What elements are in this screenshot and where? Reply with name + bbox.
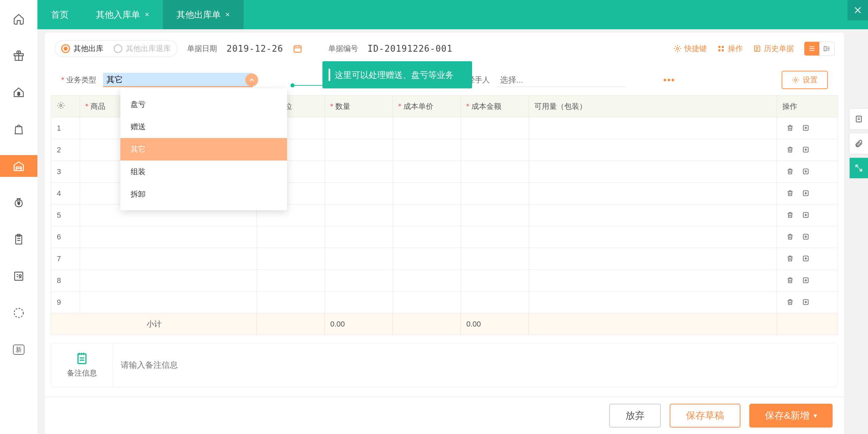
cell-unit-cost[interactable]: [393, 161, 461, 183]
cell-qty[interactable]: [325, 161, 393, 183]
add-row-button[interactable]: [801, 275, 811, 285]
delete-row-button[interactable]: [785, 253, 795, 264]
radio-other-out-return[interactable]: 其他出库退库: [114, 44, 171, 54]
bill-date-value[interactable]: 2019-12-26: [227, 44, 283, 54]
save-new-button[interactable]: 保存&新增 ▾: [749, 404, 833, 428]
shortcut-link[interactable]: 快捷键: [673, 44, 707, 54]
cell-available[interactable]: [529, 270, 777, 291]
discard-button[interactable]: 放弃: [609, 404, 661, 428]
cell-unit-cost[interactable]: [393, 183, 461, 204]
chevron-up-icon[interactable]: [245, 73, 258, 86]
delete-row-button[interactable]: [785, 166, 795, 177]
cell-unit-cost[interactable]: [393, 226, 461, 248]
settings-button[interactable]: 设置: [782, 71, 828, 89]
delete-row-button[interactable]: [785, 210, 795, 220]
delete-row-button[interactable]: [785, 275, 795, 285]
cell-stock-unit[interactable]: [257, 248, 325, 270]
delete-row-button[interactable]: [785, 145, 795, 155]
rail-attachment[interactable]: [850, 133, 868, 154]
dropdown-option[interactable]: 盘亏: [120, 93, 287, 116]
view-list[interactable]: [804, 42, 819, 55]
radio-other-out[interactable]: 其他出库: [61, 44, 103, 54]
cell-available[interactable]: [529, 226, 777, 248]
cell-available[interactable]: [529, 248, 777, 270]
cell-available[interactable]: [529, 139, 777, 161]
delete-row-button[interactable]: [785, 188, 795, 198]
cell-available[interactable]: [529, 183, 777, 204]
dropdown-option[interactable]: 赠送: [120, 116, 287, 138]
cell-product[interactable]: [80, 248, 257, 270]
cell-unit-cost[interactable]: [393, 270, 461, 291]
add-row-button[interactable]: [801, 166, 811, 177]
nav-warehouse[interactable]: [0, 155, 37, 177]
dropdown-option[interactable]: 拆卸: [120, 183, 287, 205]
table-row[interactable]: 8: [51, 270, 838, 291]
cell-available[interactable]: [529, 117, 777, 139]
delete-row-button[interactable]: [785, 232, 795, 242]
tab-other-in[interactable]: 其他入库单×: [82, 0, 163, 29]
delete-row-button[interactable]: [785, 297, 795, 307]
nav-finance[interactable]: $: [0, 82, 37, 103]
cell-unit-cost[interactable]: [393, 117, 461, 139]
cell-qty[interactable]: [325, 226, 393, 248]
cell-qty[interactable]: [325, 117, 393, 139]
cell-stock-unit[interactable]: [257, 291, 325, 313]
cell-product[interactable]: [80, 226, 257, 248]
save-draft-button[interactable]: 保存草稿: [670, 404, 740, 428]
cell-unit-cost[interactable]: [393, 291, 461, 313]
nav-sync[interactable]: [0, 302, 37, 324]
action-link[interactable]: 操作: [717, 44, 743, 54]
cell-qty[interactable]: [325, 183, 393, 204]
cell-available[interactable]: [529, 291, 777, 313]
cell-product[interactable]: [80, 270, 257, 291]
cell-qty[interactable]: [325, 270, 393, 291]
table-row[interactable]: 7: [51, 248, 838, 270]
cell-cost-amount[interactable]: [461, 204, 529, 226]
table-row[interactable]: 9: [51, 291, 838, 313]
history-link[interactable]: 历史单据: [753, 44, 794, 54]
nav-new[interactable]: 新: [0, 339, 37, 361]
cell-qty[interactable]: [325, 291, 393, 313]
cell-unit-cost[interactable]: [393, 204, 461, 226]
view-detail[interactable]: [819, 42, 834, 55]
cell-cost-amount[interactable]: [461, 139, 529, 161]
cell-unit-cost[interactable]: [393, 139, 461, 161]
nav-bag[interactable]: [0, 118, 37, 140]
close-icon[interactable]: ×: [145, 10, 149, 19]
cell-qty[interactable]: [325, 248, 393, 270]
add-row-button[interactable]: [801, 297, 811, 307]
nav-home[interactable]: [0, 8, 37, 30]
rail-notes[interactable]: [850, 109, 868, 129]
add-row-button[interactable]: [801, 145, 811, 155]
add-row-button[interactable]: [801, 123, 811, 133]
add-row-button[interactable]: [801, 232, 811, 242]
cell-unit-cost[interactable]: [393, 248, 461, 270]
cell-qty[interactable]: [325, 204, 393, 226]
dropdown-option[interactable]: 其它: [120, 138, 287, 161]
cell-cost-amount[interactable]: [461, 117, 529, 139]
cell-cost-amount[interactable]: [461, 161, 529, 183]
table-row[interactable]: 6: [51, 226, 838, 248]
close-icon[interactable]: ×: [226, 10, 230, 19]
add-row-button[interactable]: [801, 210, 811, 220]
cell-stock-unit[interactable]: [257, 270, 325, 291]
rail-expand[interactable]: [850, 158, 868, 178]
handler-input[interactable]: [497, 73, 626, 87]
col-gear[interactable]: [51, 96, 80, 117]
add-row-button[interactable]: [801, 253, 811, 264]
add-row-button[interactable]: [801, 188, 811, 198]
cell-cost-amount[interactable]: [461, 183, 529, 204]
cell-cost-amount[interactable]: [461, 226, 529, 248]
remark-input[interactable]: [113, 343, 838, 387]
cell-available[interactable]: [529, 204, 777, 226]
cell-cost-amount[interactable]: [461, 291, 529, 313]
window-close[interactable]: [848, 0, 868, 20]
cell-cost-amount[interactable]: [461, 248, 529, 270]
delete-row-button[interactable]: [785, 123, 795, 133]
cell-qty[interactable]: [325, 139, 393, 161]
calendar-icon[interactable]: [293, 44, 302, 53]
more-button-2[interactable]: •••: [660, 74, 679, 85]
cell-stock-unit[interactable]: [257, 226, 325, 248]
nav-gift[interactable]: [0, 45, 37, 67]
cell-available[interactable]: [529, 161, 777, 183]
